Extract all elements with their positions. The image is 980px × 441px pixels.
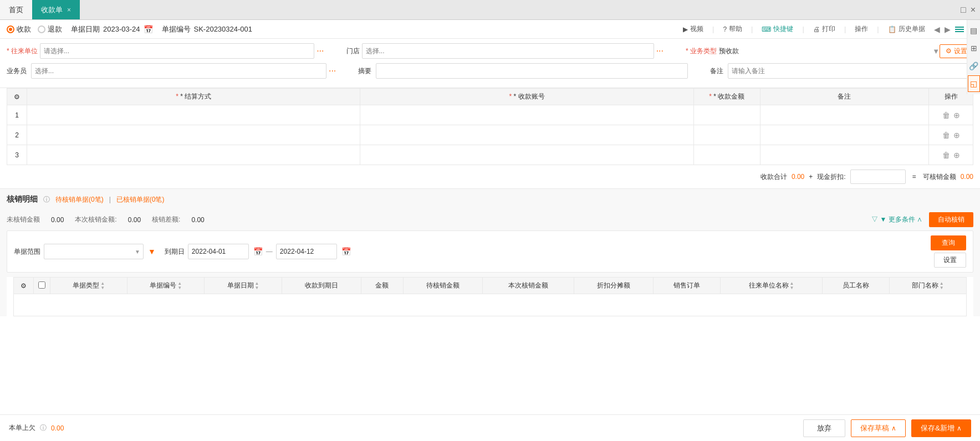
due-to-cal-icon[interactable]: 📅 [341, 247, 351, 256]
staff-input[interactable] [31, 63, 326, 79]
query-btn[interactable]: 查询 [931, 235, 966, 250]
sort-doc-type[interactable]: 单据类型 ▲▼ [55, 281, 122, 290]
row2-copy-icon[interactable]: ⊕ [953, 131, 960, 140]
row3-remark[interactable] [760, 145, 928, 165]
gear-th-icon[interactable]: ⚙ [12, 93, 22, 101]
row1-delete-icon[interactable]: 🗑 [942, 111, 950, 120]
maximize-icon[interactable]: □ [961, 5, 966, 15]
balance-label: 本单上欠 [9, 423, 35, 433]
tab-done[interactable]: 已核销单据(0笔) [116, 195, 165, 204]
tab-home[interactable]: 首页 [0, 0, 32, 19]
footer-spacer [0, 316, 980, 350]
current-value: 0.00 [128, 216, 141, 224]
store-label: 门店 [346, 47, 360, 56]
tab-pending[interactable]: 待核销单据(0笔) [55, 195, 104, 204]
sort-doc-date[interactable]: 单据日期 ▲▼ [209, 281, 277, 290]
radio-tuikuan[interactable]: 退款 [38, 24, 62, 34]
row2-amount[interactable] [693, 125, 760, 145]
help-btn[interactable]: ? 帮助 [718, 23, 747, 35]
radio-shoukuan[interactable]: 收款 [7, 24, 31, 34]
source-more-icon[interactable]: ··· [317, 47, 324, 55]
balance-info-icon[interactable]: ⓘ [40, 423, 47, 433]
date-field: 单据日期 2023-03-24 📅 [71, 24, 153, 34]
available-label: 可核销金额 [923, 172, 956, 182]
layout-btn[interactable] [955, 26, 964, 33]
operation-btn[interactable]: 操作 [850, 23, 872, 35]
due-from-cal-icon[interactable]: 📅 [253, 247, 263, 256]
sort-icon4: ▲▼ [790, 281, 794, 290]
row2-remark[interactable] [760, 125, 928, 145]
row1-payment[interactable] [27, 105, 360, 125]
summary-field: 摘要 [358, 63, 687, 79]
row2-delete-icon[interactable]: 🗑 [942, 131, 950, 140]
nav-prev[interactable]: ◀ [934, 25, 940, 34]
row3-account[interactable] [360, 145, 693, 165]
bt-arrow-icon[interactable]: ▼ [932, 47, 940, 55]
row3-copy-icon[interactable]: ⊕ [953, 151, 960, 160]
staff-more-icon[interactable]: ··· [329, 66, 336, 75]
discount-input[interactable] [850, 170, 906, 184]
remark-input[interactable] [728, 63, 973, 79]
shortcut-label: 快捷键 [773, 24, 793, 34]
shortcut-btn[interactable]: ⌨ 快捷键 [757, 23, 798, 35]
more-conditions-btn[interactable]: ▽ ▼ 更多条件 ∧ [871, 215, 922, 224]
range-select[interactable] [44, 244, 144, 259]
total-value: 0.00 [792, 173, 804, 181]
writeoff-title: 核销明细 [7, 194, 38, 204]
date-calendar-icon[interactable]: 📅 [144, 25, 153, 34]
save-new-btn[interactable]: 保存&新增 ∧ [911, 419, 971, 437]
summary-label: 摘要 [358, 66, 371, 76]
row3-delete-icon[interactable]: 🗑 [942, 151, 950, 160]
tab-close-btn[interactable]: × [67, 6, 71, 14]
gear-icon2[interactable]: ⚙ [21, 282, 27, 290]
bth-amount: 金额 [361, 278, 403, 294]
row2-account[interactable] [360, 125, 693, 145]
rp-link-icon[interactable]: 🔗 [968, 58, 980, 74]
total-label: 收款合计 [760, 172, 787, 182]
rp-table-icon[interactable]: ▤ [968, 22, 980, 39]
row2-payment[interactable] [27, 125, 360, 145]
sort-doc-no[interactable]: 单据编号 ▲▼ [132, 281, 200, 290]
rp-expand-icon[interactable]: ◱ [968, 75, 980, 92]
abandon-btn[interactable]: 放弃 [803, 419, 845, 437]
history-btn[interactable]: 📋 历史单据 [884, 23, 930, 35]
row1-amount[interactable] [693, 105, 760, 125]
draft-btn[interactable]: 保存草稿 ∧ [851, 419, 906, 437]
sort-source[interactable]: 往来单位名称 ▲▼ [725, 281, 818, 290]
bth-doc-no: 单据编号 ▲▼ [127, 278, 205, 294]
source-input[interactable] [40, 43, 314, 59]
row1-remark[interactable] [760, 105, 928, 125]
range-dropdown-icon[interactable]: ▼ [148, 247, 156, 256]
video-btn[interactable]: ▶ 视频 [678, 23, 708, 35]
history-label: 历史单据 [899, 24, 925, 34]
select-all-checkbox[interactable] [38, 281, 45, 289]
bth-checkbox[interactable] [34, 278, 50, 294]
nav-next[interactable]: ▶ [945, 25, 951, 34]
shortcut-icon: ⌨ [762, 25, 771, 33]
no-value: SK-20230324-001 [194, 25, 253, 33]
tab-active[interactable]: 收款单 × [32, 0, 80, 19]
row3-payment[interactable] [27, 145, 360, 165]
store-input[interactable] [362, 43, 654, 59]
auto-writeoff-btn[interactable]: 自动核销 [929, 212, 973, 227]
footer-right: 放弃 保存草稿 ∧ 保存&新增 ∧ [803, 419, 971, 437]
bth-due-date: 收款到期日 [282, 278, 361, 294]
row1-actions: 🗑 ⊕ [929, 105, 973, 125]
due-to-input[interactable] [276, 244, 337, 259]
sort-dept[interactable]: 部门名称 ▲▼ [894, 281, 962, 290]
writeoff-info-icon[interactable]: ⓘ [43, 195, 50, 204]
close-window-icon[interactable]: × [971, 5, 976, 15]
row1-account[interactable] [360, 105, 693, 125]
table-header-row: ⚙ * * 结算方式 * * 收款账号 * * 收款金额 备注 [7, 89, 973, 105]
th-settings[interactable]: ⚙ [7, 89, 27, 105]
rp-grid-icon[interactable]: ⊞ [968, 40, 980, 57]
row1-copy-icon[interactable]: ⊕ [953, 111, 960, 120]
due-from-input[interactable] [188, 244, 249, 259]
bth-gear[interactable]: ⚙ [14, 278, 34, 294]
right-panel: ▤ ⊞ 🔗 ◱ [967, 20, 980, 94]
store-more-icon[interactable]: ··· [656, 47, 663, 55]
summary-input[interactable] [376, 63, 687, 79]
row3-amount[interactable] [693, 145, 760, 165]
print-btn[interactable]: 🖨 打印 [809, 23, 840, 35]
filter-settings-btn[interactable]: 设置 [934, 253, 966, 268]
